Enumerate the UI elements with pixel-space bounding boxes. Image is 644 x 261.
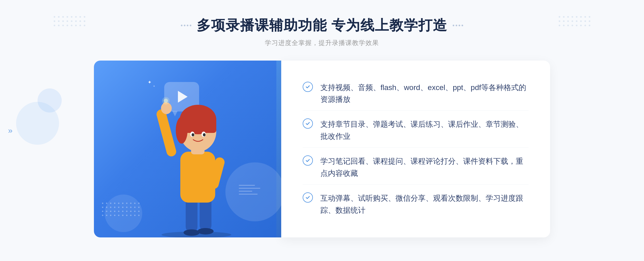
main-title: 多项录播课辅助功能 专为线上教学打造: [197, 16, 447, 35]
feature-item-1: 支持视频、音频、flash、word、excel、ppt、pdf等各种格式的资源…: [303, 77, 529, 111]
feature-text-2: 支持章节目录、弹题考试、课后练习、课后作业、章节测验、批改作业: [320, 118, 529, 143]
human-illustration: [145, 93, 245, 237]
top-dots-left: [54, 16, 85, 26]
feature-text-1: 支持视频、音频、flash、word、excel、ppt、pdf等各种格式的资源…: [320, 82, 529, 106]
svg-rect-19: [167, 103, 170, 110]
svg-point-21: [162, 97, 170, 105]
check-icon-4: [303, 192, 313, 203]
feature-item-2: 支持章节目录、弹题考试、课后练习、课后作业、章节测验、批改作业: [303, 114, 529, 148]
header-decorators: 多项录播课辅助功能 专为线上教学打造: [181, 16, 463, 35]
header-section: 多项录播课辅助功能 专为线上教学打造 学习进度全掌握，提升录播课教学效果: [181, 16, 463, 47]
svg-rect-5: [180, 152, 215, 203]
bg-circle-2: [38, 88, 62, 113]
check-icon-1: [303, 82, 313, 92]
circle-medium: [105, 195, 142, 232]
svg-point-16: [203, 133, 206, 136]
illustration-panel: ✦ ✦: [94, 61, 276, 237]
feature-item-3: 学习笔记回看、课程提问、课程评论打分、课件资料下载，重点内容收藏: [303, 151, 529, 185]
svg-point-4: [197, 228, 214, 234]
svg-point-3: [184, 229, 200, 236]
svg-rect-6: [155, 108, 177, 157]
check-icon-3: [303, 155, 313, 166]
svg-point-15: [192, 133, 194, 136]
sparkle-1: ✦: [148, 79, 152, 85]
left-arrow-decoration: »: [8, 126, 13, 135]
svg-point-12: [176, 117, 188, 144]
top-dots-right: [559, 16, 590, 26]
decorator-dots-right: [453, 25, 463, 26]
feature-text-3: 学习笔记回看、课程提问、课程评论打分、课件资料下载，重点内容收藏: [320, 155, 529, 180]
features-panel: 支持视频、音频、flash、word、excel、ppt、pdf等各种格式的资源…: [281, 61, 550, 237]
content-area: ✦ ✦: [94, 61, 550, 237]
subtitle: 学习进度全掌握，提升录播课教学效果: [181, 39, 463, 47]
feature-item-4: 互动弹幕、试听购买、微信分享、观看次数限制、学习进度跟踪、数据统计: [303, 188, 529, 221]
feature-text-4: 互动弹幕、试听购买、微信分享、观看次数限制、学习进度跟踪、数据统计: [320, 192, 529, 217]
sparkle-2: ✦: [153, 85, 155, 88]
check-icon-2: [303, 118, 313, 129]
page-wrapper: » 多项录播课辅助功能 专为线上教学打造 学习进度全掌握，提升录播课教学效果 ✦…: [0, 0, 644, 261]
decorator-dots-left: [181, 25, 191, 26]
